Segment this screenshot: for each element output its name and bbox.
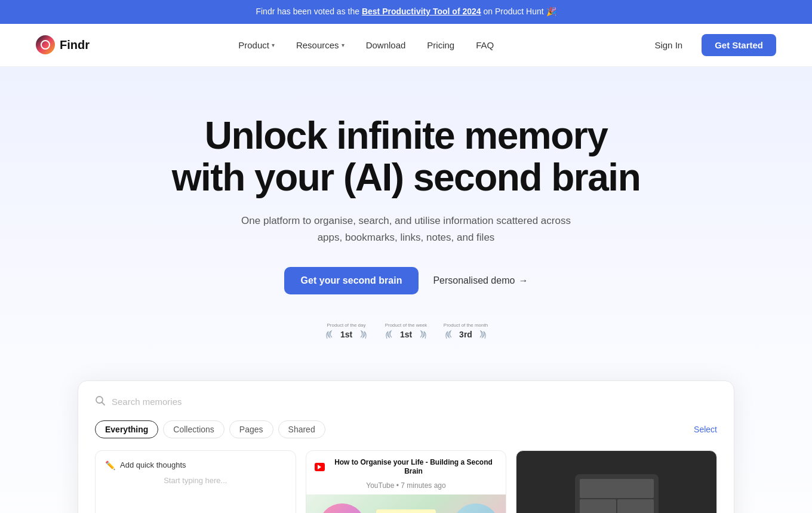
chevron-down-icon: ▾ [342,42,345,48]
nav-item-faq[interactable]: FAQ [466,35,503,55]
nav-actions: Sign In Get Started [642,34,776,56]
logo-text: Findr [60,38,90,52]
search-icon [95,395,106,408]
svg-line-7 [102,402,105,405]
nav-item-resources[interactable]: Resources ▾ [287,35,354,55]
device-row [580,479,654,499]
card-image [516,450,717,513]
nav-item-download-label: Download [366,40,406,50]
banner-link[interactable]: Best Productivity Tool of 2024 [362,7,481,16]
card-notes: ✏️ Add quick thoughts Start typing here.… [95,450,296,513]
device-row [580,499,616,513]
svg-text:Product of the month: Product of the month [444,322,488,328]
hero-title: Unlock infinite memory with your (AI) se… [167,115,645,199]
cta-secondary-label: Personalised demo [433,275,515,286]
device-visual [575,474,659,513]
svg-text:1st: 1st [340,330,353,339]
hero-subtitle: One platform to organise, search, and ut… [239,213,573,245]
banner-text-before: Findr has been voted as the [256,7,361,16]
sign-in-button[interactable]: Sign In [642,35,694,55]
book-image: a Second Brain [376,509,436,513]
app-preview: Search memories Everything Collections P… [78,380,734,513]
tab-collections[interactable]: Collections [163,420,224,438]
svg-text:Product of the week: Product of the week [385,322,428,328]
youtube-icon [315,463,325,471]
svg-text:Product of the day: Product of the day [327,322,366,328]
chevron-down-icon: ▾ [272,42,275,48]
device-row [617,499,654,513]
search-bar: Search memories [95,395,717,408]
announcement-banner: Findr has been voted as the Best Product… [0,0,812,24]
card-video-title: How to Organise your Life - Building a S… [330,458,498,477]
hero-title-line1: Unlock infinite memory [205,114,608,157]
card-notes-placeholder: Start typing here... [105,476,286,485]
svg-text:1st: 1st [400,330,413,339]
cards-grid: ✏️ Add quick thoughts Start typing here.… [95,450,717,513]
badge-month: Product of the month 3rd [442,321,490,345]
nav-item-faq-label: FAQ [476,40,494,50]
card-video-thumbnail: a Second Brain [306,494,506,513]
banner-text-after: on Product Hunt 🎉 [481,7,556,16]
hero-cta: Get your second brain Personalised demo … [12,267,800,294]
nav-item-product[interactable]: Product ▾ [229,35,284,55]
filter-tabs: Everything Collections Pages Shared Sele… [95,420,717,438]
nav-item-resources-label: Resources [296,40,339,50]
card-notes-header: ✏️ Add quick thoughts [105,460,286,470]
badge-day: Product of the day 1st [322,321,370,345]
cta-primary-button[interactable]: Get your second brain [284,267,419,294]
logo[interactable]: Findr [36,35,90,54]
logo-icon [36,35,55,54]
arrow-icon: → [518,275,528,286]
svg-text:3rd: 3rd [459,330,472,339]
brain-image [318,503,366,513]
product-hunt-badges: Product of the day 1st Product of the we… [12,321,800,345]
nav-item-download[interactable]: Download [356,35,416,55]
hero-section: Unlock infinite memory with your (AI) se… [0,67,812,513]
nav-item-pricing-label: Pricing [427,40,454,50]
tab-shared[interactable]: Shared [278,420,325,438]
tab-everything[interactable]: Everything [95,420,158,438]
app-preview-inner: Search memories Everything Collections P… [78,381,734,513]
badge-week-laurel: Product of the week 1st [382,321,430,345]
navbar: Findr Product ▾ Resources ▾ Download Pri… [0,24,812,67]
person-image [452,503,500,513]
nav-links: Product ▾ Resources ▾ Download Pricing F… [229,35,503,55]
hero-title-line2: with your (AI) second brain [172,156,640,199]
edit-icon: ✏️ [105,460,115,470]
nav-item-product-label: Product [238,40,269,50]
nav-item-pricing[interactable]: Pricing [417,35,464,55]
get-started-button[interactable]: Get Started [702,34,776,56]
select-button[interactable]: Select [694,425,717,434]
card-video-meta: YouTube • 7 minutes ago [306,481,506,494]
badge-month-laurel: Product of the month 3rd [442,321,490,345]
card-notes-title: Add quick thoughts [120,460,186,469]
cta-secondary-button[interactable]: Personalised demo → [433,275,528,286]
card-video: How to Organise your Life - Building a S… [306,450,507,513]
card-video-header: How to Organise your Life - Building a S… [306,451,506,481]
search-placeholder-text: Search memories [112,397,182,407]
badge-day-laurel: Product of the day 1st [322,321,370,345]
tab-pages[interactable]: Pages [229,420,273,438]
badge-week: Product of the week 1st [382,321,430,345]
